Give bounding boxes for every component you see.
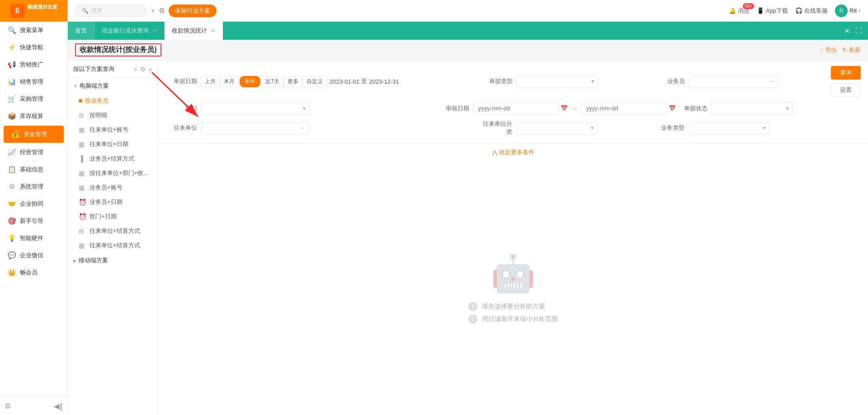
settings-button[interactable]: 设置: [831, 83, 861, 97]
sidebar-item-wechat[interactable]: 💬 企业微信: [0, 247, 67, 264]
scheme-group-mobile: ▶ 移动端方案: [68, 253, 158, 268]
sales-icon: 📊: [7, 78, 16, 86]
sidebar-item-enterprise[interactable]: 🤝 企业协同: [0, 195, 67, 212]
scheme-settings-icon[interactable]: ⚙: [140, 66, 146, 73]
scheme-item-9[interactable]: ⊞ 往来单位+结算方式: [68, 224, 158, 238]
refresh-button[interactable]: ↻ 刷新: [842, 46, 861, 54]
sidebar-settings-icon[interactable]: ⚙: [5, 402, 11, 410]
scheme-collapse-icon[interactable]: «: [149, 66, 152, 73]
export-button[interactable]: ↑ 导出: [821, 46, 837, 54]
doc-status-select[interactable]: [711, 102, 793, 114]
tab-home[interactable]: 首页: [68, 22, 94, 40]
tab-close-all-icon[interactable]: ✕: [844, 27, 850, 35]
sidebar-item-sales[interactable]: 📊 销售管理: [0, 73, 67, 90]
scheme-item-7[interactable]: ⏰ 业务员+日期: [68, 195, 158, 209]
sidebar-item-search[interactable]: 🔍 搜索菜单: [0, 22, 67, 39]
scheme-item-10[interactable]: ▦ 往来单位+结算方式: [68, 238, 158, 253]
sidebar-item-quick-nav[interactable]: ⚡ 快捷导航: [0, 39, 67, 56]
salesperson-input[interactable]: [693, 78, 769, 85]
settings-gear-icon[interactable]: ⚙: [159, 6, 165, 15]
sidebar-item-guide[interactable]: 🎯 新手引导: [0, 212, 67, 230]
dropdown-arrow[interactable]: ▾: [151, 6, 155, 16]
query-button[interactable]: 查询: [831, 66, 861, 80]
notification-item[interactable]: 🔔 消息 99+: [729, 7, 750, 15]
review-date-cal-icon-2[interactable]: 📅: [669, 105, 676, 112]
date-btn-this-year[interactable]: 本年: [240, 76, 260, 87]
tab-cashbank[interactable]: 现金银行流水查询 ✕: [94, 22, 165, 40]
date-filter-group: 单据日期 上月 本月 本年 近7天 更多 自定义 2023-01-01 至: [165, 76, 481, 87]
sidebar-item-system[interactable]: ⚙ 系统管理: [0, 178, 67, 195]
sidebar-item-operations[interactable]: 📈 经营管理: [0, 144, 67, 161]
date-separator: —: [571, 105, 577, 112]
tab-cashbank-close[interactable]: ✕: [152, 28, 157, 34]
date-btn-this-month[interactable]: 本月: [220, 76, 239, 87]
date-btn-custom[interactable]: 自定义: [302, 76, 327, 87]
partner-more-icon[interactable]: ···: [300, 125, 304, 131]
date-btn-group: 上月 本月 本年 近7天 更多 自定义: [201, 76, 327, 87]
trial-button[interactable]: 体验行业方案: [169, 5, 217, 17]
empty-step-2: 2 用过滤条件来缩小分析范围: [468, 315, 558, 324]
salesperson-more-icon[interactable]: ···: [769, 78, 774, 85]
tab-collection[interactable]: 收款情况统计 ✕: [165, 22, 223, 40]
salesperson-filter: 业务员 ···: [653, 75, 826, 88]
sidebar-collapse-icon[interactable]: ◀‖: [54, 402, 63, 410]
scheme-item-5[interactable]: ▦ 按往来单位+部门+收...: [68, 166, 158, 180]
review-date-cal-icon[interactable]: 📅: [561, 105, 568, 112]
download-icon: 📱: [757, 7, 764, 14]
scheme-item-4[interactable]: ▐ 业务员+结算方式: [68, 151, 158, 166]
collapse-bar[interactable]: ⋀ 收起更多条件: [158, 143, 868, 161]
sidebar-item-purchase[interactable]: 🛒 采购管理: [0, 90, 67, 108]
add-scheme-icon[interactable]: +: [134, 66, 137, 73]
empty-state: 🤖 1 请先选择要分析的方案 2 用过滤条件来缩小分析范围: [158, 161, 868, 415]
date-btn-last-month[interactable]: 上月: [201, 76, 220, 87]
tab-maximize-icon[interactable]: ⛶: [855, 27, 863, 35]
date-btn-more[interactable]: 更多: [283, 76, 302, 87]
dept-select[interactable]: [201, 102, 309, 114]
biz-type-select[interactable]: [688, 122, 769, 134]
finance-icon: 💰: [11, 130, 20, 138]
scheme-item-6[interactable]: ▦ 业务员+账号: [68, 180, 158, 195]
sidebar-item-member[interactable]: 👑 畅会员: [0, 264, 67, 281]
filter-row-1: 单据日期 上月 本月 本年 近7天 更多 自定义 2023-01-01 至: [165, 66, 861, 97]
scheme-item-2[interactable]: ▦ 往来单位+账号: [68, 123, 158, 137]
salesperson-input-wrap: ···: [689, 75, 779, 88]
scheme-item-1[interactable]: ⊞ 按明细: [68, 108, 158, 123]
sidebar-item-inventory[interactable]: 📦 库存核算: [0, 108, 67, 125]
review-date-to-input[interactable]: [581, 102, 667, 114]
app-download-item[interactable]: 📱 App下载: [757, 7, 788, 15]
scheme-group-mobile-title[interactable]: ▶ 移动端方案: [68, 253, 158, 268]
filter-rows: 单据日期 上月 本月 本年 近7天 更多 自定义 2023-01-01 至: [158, 61, 868, 141]
sidebar-bottom: ⚙ ◀‖: [0, 397, 67, 415]
partner-filter: 往来单位 ···: [165, 122, 481, 134]
hardware-icon: 💡: [7, 234, 16, 242]
content-body: 按以下方案查询 + ⚙ « ▼ 电脑端方案 按业务员 ⊞ 按: [68, 61, 868, 415]
online-service-item[interactable]: 🎧 在线客服: [795, 7, 828, 15]
mobile-group-arrow: ▶: [73, 258, 77, 263]
empty-robot-icon: 🤖: [491, 252, 536, 295]
tab-collection-close[interactable]: ✕: [211, 28, 215, 34]
partner-input[interactable]: [206, 125, 300, 132]
quick-nav-icon: ⚡: [7, 43, 16, 52]
sidebar-item-hardware[interactable]: 💡 智能硬件: [0, 230, 67, 247]
scheme-panel-header: 按以下方案查询 + ⚙ «: [68, 61, 158, 78]
scheme-table-icon-5: ▦: [79, 170, 87, 177]
scheme-item-3[interactable]: ▦ 往来单位+日期: [68, 137, 158, 151]
wechat-icon: 💬: [7, 251, 16, 259]
sidebar-item-finance[interactable]: 💰 资金管理: [4, 126, 64, 143]
topbar-left: 🔍 搜索 ▾ ⚙ 体验行业方案: [75, 5, 217, 17]
scheme-item-8[interactable]: ⏰ 部门+日期: [68, 209, 158, 224]
partner-category-select[interactable]: [516, 122, 597, 134]
inventory-icon: 📦: [7, 112, 16, 120]
user-profile[interactable]: R Rit ▾: [835, 5, 861, 17]
review-date-from-input[interactable]: [473, 102, 559, 114]
group-arrow-down: ▼: [73, 84, 78, 89]
refresh-icon: ↻: [842, 47, 847, 53]
doc-type-select[interactable]: [516, 75, 598, 88]
empty-steps: 1 请先选择要分析的方案 2 用过滤条件来缩小分析范围: [468, 302, 558, 324]
sidebar-item-basic-info[interactable]: 📋 基础信息: [0, 161, 67, 178]
date-btn-last-7days[interactable]: 近7天: [261, 76, 283, 87]
scheme-group-desktop-title[interactable]: ▼ 电脑端方案: [68, 78, 158, 94]
biz-type-select-wrap: ▾: [688, 122, 769, 134]
scheme-item-0[interactable]: 按业务员: [68, 94, 158, 108]
sidebar-item-marketing[interactable]: 📢 营销推广: [0, 56, 67, 73]
